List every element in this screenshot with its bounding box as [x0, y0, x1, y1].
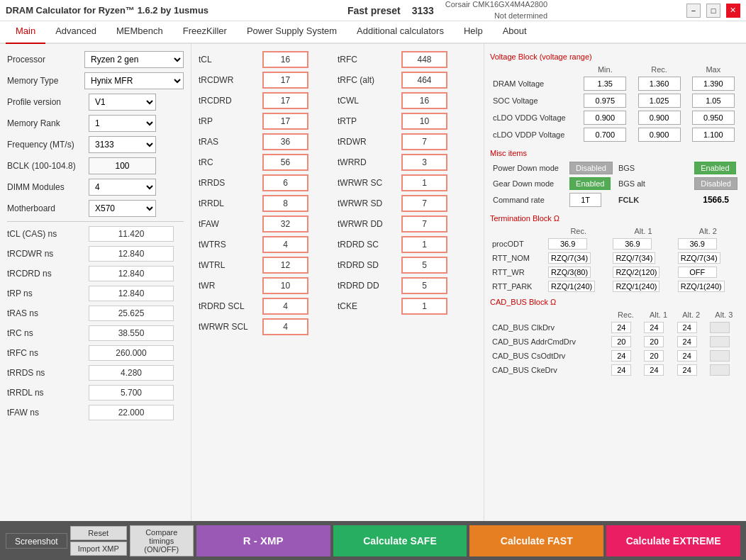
dram-min-input[interactable] — [584, 77, 626, 91]
bgs-btn[interactable]: Enabled — [694, 162, 735, 174]
timing-twr-input[interactable] — [262, 277, 308, 294]
timing-twrwr-sc-input[interactable] — [401, 174, 447, 191]
nav-item-additional[interactable]: Additional calculators — [347, 21, 454, 44]
cad-addrcmddrv-rec: 20 — [611, 336, 631, 347]
motherboard-dropdown[interactable]: X570 — [89, 200, 156, 217]
bclk-input[interactable] — [89, 157, 156, 174]
timing-tcwl-input[interactable] — [401, 92, 447, 109]
corsair-info: Corsair CMK16GX4M4A2800 Not determined — [445, 0, 547, 21]
power-down-btn[interactable]: Disabled — [569, 162, 613, 174]
nav-item-help[interactable]: Help — [454, 21, 493, 44]
profile-version-dropdown[interactable]: V1 — [89, 94, 156, 111]
timing-tcke-input[interactable] — [401, 298, 447, 315]
trrds-ns-input — [89, 365, 174, 381]
screenshot-button[interactable]: Screenshot — [6, 533, 67, 549]
cad-alt3-header: Alt. 3 — [708, 309, 740, 320]
nav-item-about[interactable]: About — [493, 21, 537, 44]
timing-trtp-input[interactable] — [401, 113, 447, 130]
cad-addrcmddrv-row: CAD_BUS AddrCmdDrv 20 20 24 — [490, 335, 740, 349]
timing-trp-input[interactable] — [262, 113, 308, 130]
timing-tcl: tCL — [199, 51, 338, 68]
rtt-park-rec: RZQ/1(240) — [548, 281, 595, 292]
timing-twtrs-input[interactable] — [262, 236, 308, 253]
timing-trcdrd-label: tRCDRD — [199, 96, 262, 106]
cldo-vddp-max-input[interactable] — [692, 128, 735, 142]
tras-ns-label: tRAS ns — [7, 308, 89, 318]
timing-trrdl-input[interactable] — [262, 195, 308, 212]
processor-dropdown[interactable]: Ryzen 2 gen — [84, 51, 184, 68]
dimm-dropdown[interactable]: 4 — [89, 179, 156, 196]
timing-trfc-alt-input[interactable] — [401, 72, 447, 89]
profile-version-label: Profile version — [7, 97, 89, 107]
close-button[interactable]: ✕ — [726, 4, 740, 18]
cldo-vddg-row: cLDO VDDG Voltage — [490, 109, 740, 126]
rxmp-button[interactable]: R - XMP — [196, 525, 330, 556]
timing-trp-label: tRP — [199, 116, 262, 126]
reset-button[interactable]: Reset — [70, 526, 127, 540]
dram-rec-input[interactable] — [638, 77, 681, 91]
nav-item-membench[interactable]: MEMbench — [106, 21, 173, 44]
timing-twrwr-scl-input[interactable] — [262, 318, 308, 335]
trfc-ns-label: tRFC ns — [7, 348, 89, 358]
timing-twrrd-input[interactable] — [401, 154, 447, 171]
timing-trrds-input[interactable] — [262, 174, 308, 191]
timing-tcl-input[interactable] — [262, 51, 308, 68]
gear-down-btn[interactable]: Enabled — [569, 177, 611, 190]
timing-twtrl-input[interactable] — [262, 257, 308, 274]
calculate-fast-button[interactable]: Calculate FAST — [469, 525, 603, 556]
timing-trdrd-sd-label: tRDRD SD — [338, 260, 401, 270]
memory-type-dropdown[interactable]: Hynix MFR — [84, 72, 184, 89]
timing-twrrd-label: tWRRD — [338, 157, 401, 167]
processor-row: Processor Ryzen 2 gen — [7, 51, 184, 68]
soc-voltage-label: SOC Voltage — [490, 92, 578, 109]
timing-trdwr-input[interactable] — [401, 133, 447, 150]
compare-button[interactable]: Compare timings(ON/OFF) — [130, 525, 194, 556]
nav-item-psu[interactable]: Power Supply System — [237, 21, 347, 44]
timing-tcke: tCKE — [338, 298, 477, 315]
cad-rec-header: Rec. — [609, 309, 642, 320]
command-rate-input[interactable] — [569, 193, 601, 207]
cldo-vddp-min-input[interactable] — [584, 128, 626, 142]
timing-trdrd-scl-input[interactable] — [262, 298, 308, 315]
calculate-safe-button[interactable]: Calculate SAFE — [333, 525, 467, 556]
rtt-wr-alt1: RZQ/2(120) — [613, 267, 659, 278]
tcl-ns-row: tCL (CAS) ns — [7, 226, 184, 242]
cldo-vddg-min-input[interactable] — [584, 111, 626, 125]
bgs-alt-btn[interactable]: Disabled — [694, 177, 737, 190]
maximize-button[interactable]: □ — [706, 4, 720, 18]
dram-max-input[interactable] — [692, 77, 735, 91]
dram-voltage-label: DRAM Voltage — [490, 75, 578, 92]
timing-tfaw-input[interactable] — [262, 215, 308, 233]
nav-item-freezkiller[interactable]: FreezKiller — [173, 21, 237, 44]
cldo-vddg-max-input[interactable] — [692, 111, 735, 125]
timing-trdrd-sc-input[interactable] — [401, 236, 447, 253]
calculate-extreme-button[interactable]: Calculate EXTREME — [606, 525, 740, 556]
timing-trcdrd-input[interactable] — [262, 92, 308, 109]
procodt-alt2: 36.9 — [678, 238, 717, 250]
timing-twrwr-sd: tWRWR SD — [338, 195, 477, 212]
timing-trc-input[interactable] — [262, 154, 308, 171]
soc-min-input[interactable] — [584, 94, 626, 108]
vol-rec-header: Rec. — [632, 64, 686, 75]
trrdl-ns-label: tRRDL ns — [7, 388, 89, 398]
nav-item-main[interactable]: Main — [6, 21, 45, 44]
minimize-button[interactable]: − — [686, 4, 701, 18]
timing-trfc-input[interactable] — [401, 51, 447, 68]
timing-trcdwr-input[interactable] — [262, 72, 308, 89]
memory-rank-dropdown[interactable]: 1 — [89, 115, 156, 132]
nav-item-advanced[interactable]: Advanced — [45, 21, 106, 44]
frequency-dropdown[interactable]: 3133 — [89, 136, 156, 153]
term-table: Rec. Alt. 1 Alt. 2 procODT 36.9 36.9 36.… — [490, 225, 740, 293]
soc-max-input[interactable] — [692, 94, 735, 108]
import-xmp-button[interactable]: Import XMP — [70, 542, 127, 556]
cldo-vddp-rec-input[interactable] — [638, 128, 681, 142]
timing-trdrd-scl-label: tRDRD SCL — [199, 301, 262, 311]
timing-trdrd-dd-input[interactable] — [401, 277, 447, 294]
timing-trfc-alt: tRFC (alt) — [338, 72, 477, 89]
timing-twrwr-sd-input[interactable] — [401, 195, 447, 212]
cldo-vddg-rec-input[interactable] — [638, 111, 681, 125]
timing-twrwr-dd-input[interactable] — [401, 215, 447, 233]
timing-trdrd-sd-input[interactable] — [401, 257, 447, 274]
soc-rec-input[interactable] — [638, 94, 681, 108]
timing-tras-input[interactable] — [262, 133, 308, 150]
